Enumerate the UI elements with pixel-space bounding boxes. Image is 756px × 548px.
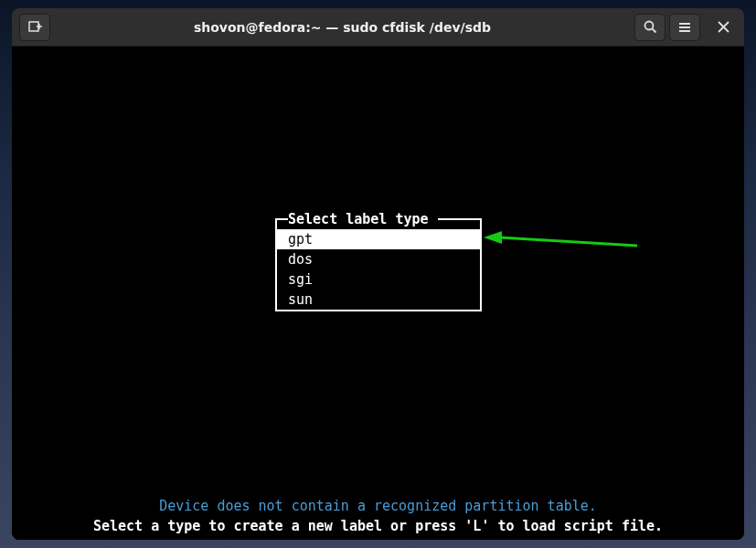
status-warning: Device does not contain a recognized par…: [12, 496, 744, 516]
status-area: Device does not contain a recognized par…: [12, 496, 744, 536]
svg-line-4: [652, 29, 655, 33]
dialog-title-row: Select label type: [275, 209, 482, 229]
annotation-arrow: [484, 224, 639, 257]
svg-line-10: [500, 237, 637, 246]
close-button[interactable]: [708, 14, 739, 41]
search-icon: [644, 20, 657, 34]
search-button[interactable]: [634, 14, 665, 41]
terminal-content[interactable]: Select label type gpt dos sgi sun Device…: [12, 47, 744, 540]
dialog-title: Select label type: [288, 209, 429, 229]
label-option-dos[interactable]: dos: [277, 249, 480, 269]
status-help: Select a type to create a new label or p…: [12, 516, 744, 536]
terminal-window: shovon@fedora:~ — sudo cfdisk /dev/sdb: [12, 8, 744, 540]
titlebar: shovon@fedora:~ — sudo cfdisk /dev/sdb: [12, 8, 744, 47]
label-option-sgi[interactable]: sgi: [277, 269, 480, 290]
close-icon: [718, 21, 729, 33]
label-option-gpt[interactable]: gpt: [277, 229, 480, 249]
new-tab-icon: [27, 20, 42, 35]
new-tab-button[interactable]: [19, 14, 50, 41]
svg-point-3: [644, 22, 653, 30]
titlebar-right: [633, 14, 739, 41]
label-type-dialog: Select label type gpt dos sgi sun: [275, 209, 482, 311]
menu-button[interactable]: [669, 14, 700, 41]
window-title: shovon@fedora:~ — sudo cfdisk /dev/sdb: [52, 20, 633, 35]
hamburger-icon: [678, 21, 691, 34]
label-option-sun[interactable]: sun: [277, 290, 480, 310]
svg-marker-11: [484, 231, 502, 244]
dialog-body: gpt dos sgi sun: [275, 229, 482, 311]
